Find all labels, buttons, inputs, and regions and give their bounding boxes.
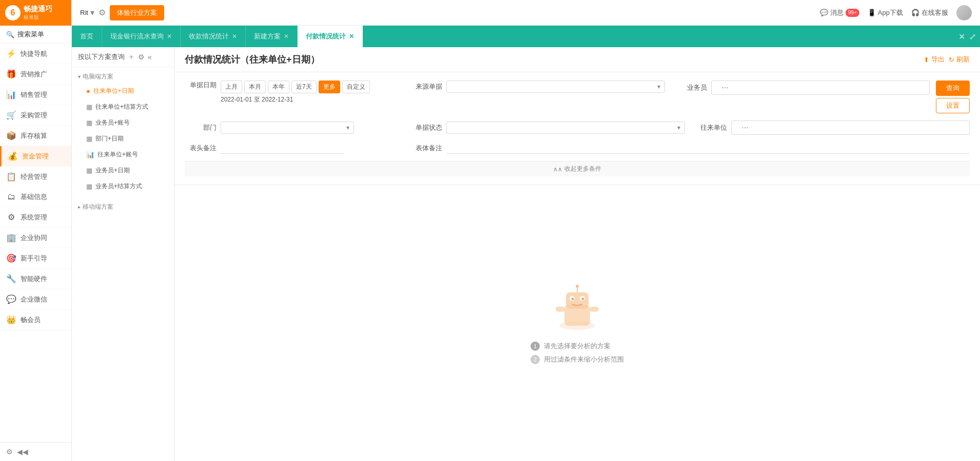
sidebar: 6 畅捷通巧 标准版 🔍 搜索菜单 ⚡ 快捷导航 🎁 营销推广 📊 销售管理 🛒…	[0, 0, 72, 461]
scheme-panel: 按以下方案查询 ＋ ⚙ « ▾ 电脑端方案 ● 往来单位+日期 ▦ 往来单位+结…	[72, 47, 174, 461]
last-month-btn[interactable]: 上月	[221, 81, 242, 93]
trial-button[interactable]: 体验行业方案	[110, 5, 164, 21]
sidebar-item-wechat[interactable]: 💬 企业微信	[0, 289, 71, 310]
date-filter-label: 单据日期	[185, 81, 221, 90]
this-month-btn[interactable]: 本月	[244, 81, 266, 93]
sidebar-item-marketing[interactable]: 🎁 营销推广	[0, 64, 71, 85]
tab-payment-stats-close[interactable]: ✕	[349, 33, 354, 40]
custom-date-btn[interactable]: 自定义	[342, 81, 370, 93]
source-select[interactable]: ▾	[446, 81, 665, 93]
settings-scheme-btn[interactable]: ⚙	[138, 53, 145, 61]
chart-icon: 📊	[86, 151, 94, 158]
collapse-sidebar-icon[interactable]: ◀◀	[17, 448, 28, 456]
sidebar-search[interactable]: 🔍 搜索菜单	[0, 26, 71, 44]
tip-num-1: 1	[531, 342, 540, 351]
marketing-icon: 🎁	[6, 69, 16, 79]
sidebar-item-hardware[interactable]: 🔧 智能硬件	[0, 269, 71, 289]
scheme-label: 业务员+日期	[95, 166, 130, 175]
scheme-dept-date[interactable]: ▦ 部门+日期	[72, 131, 174, 147]
staff-label: 业务员	[675, 83, 711, 92]
svg-rect-2	[566, 292, 589, 309]
sales-icon: 📊	[6, 90, 16, 99]
tab-new-scheme[interactable]: 新建方案 ✕	[246, 26, 298, 47]
app-download-action[interactable]: 📱 App下载	[868, 8, 903, 17]
sidebar-item-label: 快捷导航	[21, 49, 47, 58]
last-7-days-btn[interactable]: 近7天	[291, 81, 317, 93]
header-left: Rit ▾ ⚙ 体验行业方案	[80, 5, 814, 21]
header-right: 💬 消息 99+ 📱 App下载 🎧 在线客服	[820, 5, 972, 21]
sidebar-item-purchase[interactable]: 🛒 采购管理	[0, 105, 71, 126]
sidebar-item-operations[interactable]: 📋 经营管理	[0, 167, 71, 187]
maximize-window-btn[interactable]: ⤢	[969, 32, 976, 42]
sidebar-footer: ⚙ ◀◀	[0, 442, 71, 461]
staff-dots-icon[interactable]: ···	[721, 83, 728, 92]
sidebar-logo: 6 畅捷通巧 标准版	[0, 0, 71, 26]
sidebar-item-sales[interactable]: 📊 销售管理	[0, 85, 71, 105]
more-date-btn[interactable]: 更多	[319, 81, 340, 93]
add-scheme-btn[interactable]: ＋	[128, 52, 135, 62]
collapse-conditions-btn[interactable]: ∧∧ 收起更多条件	[185, 161, 970, 176]
body-note-input[interactable]	[446, 142, 970, 154]
export-button[interactable]: ⬆ 导出	[924, 55, 945, 64]
tab-bar: 首页 现金银行流水查询 ✕ 收款情况统计 ✕ 新建方案 ✕ 付款情况统计 ✕ ✕…	[72, 26, 980, 47]
tab-revenue-stats[interactable]: 收款情况统计 ✕	[181, 26, 246, 47]
online-service-action[interactable]: 🎧 在线客服	[911, 8, 948, 17]
tab-revenue-stats-close[interactable]: ✕	[232, 33, 237, 40]
sidebar-item-finance[interactable]: 💰 资金管理	[0, 146, 71, 167]
desktop-group-title[interactable]: ▾ 电脑端方案	[72, 70, 174, 83]
sidebar-item-inventory[interactable]: 📦 库存核算	[0, 126, 71, 146]
scheme-unit-settle[interactable]: ▦ 往来单位+结算方式	[72, 99, 174, 115]
scheme-active-icon: ●	[86, 87, 90, 95]
collapse-label: 收起更多条件	[564, 165, 601, 173]
messages-action[interactable]: 💬 消息 99+	[820, 8, 859, 17]
partner-dots-icon[interactable]: ···	[741, 123, 748, 132]
voucher-status-select[interactable]: ▾	[446, 122, 685, 134]
scheme-unit-date[interactable]: ● 往来单位+日期	[72, 83, 174, 99]
tab-new-scheme-close[interactable]: ✕	[284, 33, 289, 40]
sidebar-item-corp[interactable]: 🏢 企业协同	[0, 228, 71, 248]
staff-select[interactable]: ···	[711, 81, 930, 95]
tab-cash-flow-close[interactable]: ✕	[167, 33, 172, 40]
svg-point-6	[582, 298, 584, 300]
empty-tip-1: 1 请先选择要分析的方案	[531, 342, 624, 351]
sidebar-item-system[interactable]: ⚙ 系统管理	[0, 207, 71, 228]
logo-icon: 6	[5, 5, 21, 21]
online-service-label: 在线客服	[922, 8, 948, 17]
query-button[interactable]: 查询	[936, 81, 970, 96]
export-icon: ⬆	[924, 56, 929, 64]
tab-cash-flow[interactable]: 现金银行流水查询 ✕	[102, 26, 181, 47]
inventory-icon: 📦	[6, 131, 16, 141]
dept-select[interactable]: ▾	[221, 122, 354, 134]
sidebar-item-quick-nav[interactable]: ⚡ 快捷导航	[0, 44, 71, 64]
messages-label: 消息	[830, 8, 844, 17]
tab-payment-stats[interactable]: 付款情况统计 ✕	[298, 26, 363, 47]
header-settings-icon[interactable]: ⚙	[99, 8, 106, 17]
refresh-button[interactable]: ↻ 刷新	[949, 55, 970, 64]
scheme-staff-date[interactable]: ▦ 业务员+日期	[72, 163, 174, 178]
close-window-btn[interactable]: ✕	[958, 32, 965, 42]
header-note-input[interactable]	[221, 142, 344, 154]
scheme-staff-account[interactable]: ▦ 业务员+账号	[72, 115, 174, 131]
mobile-group-title[interactable]: ▸ 移动端方案	[72, 201, 174, 213]
avatar[interactable]	[956, 5, 972, 21]
sidebar-item-base[interactable]: 🗂 基础信息	[0, 187, 71, 207]
settings-footer-icon[interactable]: ⚙	[6, 448, 13, 456]
svg-rect-10	[590, 307, 599, 312]
purchase-icon: 🛒	[6, 110, 16, 120]
quick-nav-icon: ⚡	[6, 49, 16, 58]
scheme-unit-account[interactable]: 📊 往来单位+账号	[72, 147, 174, 163]
partner-select[interactable]: ···	[731, 121, 970, 135]
scheme-icon: ▦	[86, 103, 92, 111]
sidebar-item-guide[interactable]: 🎯 新手引导	[0, 248, 71, 269]
collapse-scheme-btn[interactable]: «	[148, 53, 152, 61]
scheme-staff-settle[interactable]: ▦ 业务员+结算方式	[72, 178, 174, 194]
user-dropdown-icon[interactable]: ▾	[90, 8, 94, 17]
sidebar-item-member[interactable]: 👑 畅会员	[0, 310, 71, 330]
this-year-btn[interactable]: 本年	[268, 81, 289, 93]
tab-home[interactable]: 首页	[72, 26, 102, 47]
page-actions: ⬆ 导出 ↻ 刷新	[924, 55, 970, 64]
tab-payment-stats-label: 付款情况统计	[306, 32, 346, 41]
page-title: 付款情况统计（往来单位+日期）	[185, 53, 320, 66]
settings-button[interactable]: 设置	[936, 98, 970, 113]
tab-home-label: 首页	[80, 32, 93, 41]
